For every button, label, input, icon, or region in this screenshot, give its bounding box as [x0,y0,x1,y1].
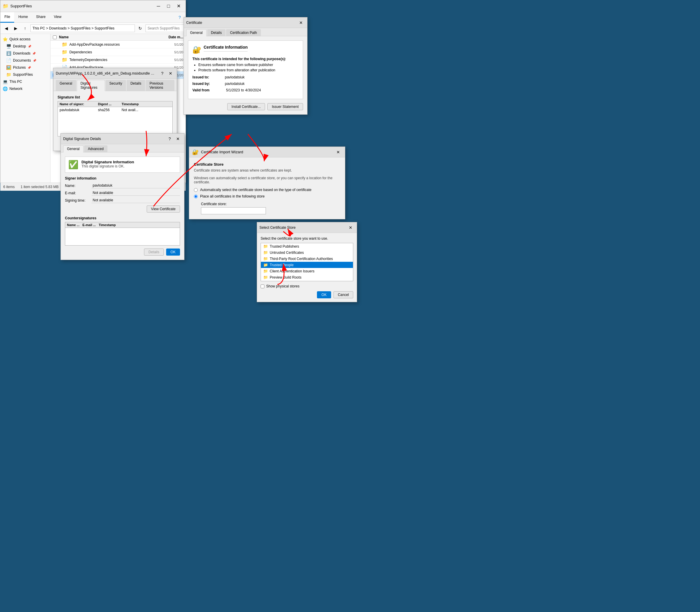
sidebar-item-desktop[interactable]: 🖥️ Desktop 📌 [0,43,50,50]
store-item-third-party[interactable]: 📁 Third-Party Root Certification Authori… [261,255,353,262]
up-button[interactable]: ↑ [21,24,29,32]
help-button[interactable]: ? [159,70,166,77]
close-button[interactable]: ✕ [174,1,183,11]
import-icon: 🔐 [192,149,199,155]
select-all-checkbox[interactable] [53,36,57,39]
store-item-trusted-publishers[interactable]: 📁 Trusted Publishers [261,243,353,249]
tab-general[interactable]: General [186,29,206,36]
ribbon-tab-home[interactable]: Home [14,12,32,23]
show-physical-label: Show physical stores [266,284,299,288]
sig-list-box[interactable]: Name of signer: Digest ... Timestamp pav… [57,101,173,137]
name-label: Name: [65,184,92,188]
tab-general[interactable]: General [63,145,83,152]
import-title-area: 🔐 Certificate Import Wizard [192,149,334,155]
store-item-trusted-people[interactable]: 📁 Trusted People [261,262,353,268]
tab-certification-path[interactable]: Certification Path [226,29,260,36]
ribbon-tab-view[interactable]: View [50,12,66,23]
sidebar-item-downloads[interactable]: ⬇️ Downloads 📌 [0,50,50,57]
select-store-desc: Select the certificate store you want to… [260,236,353,240]
folder-icon: 📁 [263,256,268,261]
sidebar-item-quick-access[interactable]: ⭐ Quick access [0,36,50,43]
countersig-box[interactable]: Name ... E-mail ... Timestamp [65,222,180,246]
cert-content: 🔐 Certificate Information This certifica… [184,36,307,114]
issuer-statement-button[interactable]: Issuer Statement [267,103,303,110]
sidebar-item-supportfiles[interactable]: 📁 SupportFiles [0,71,50,78]
install-certificate-button[interactable]: Install Certificate... [227,103,265,110]
tab-details[interactable]: Details [207,29,226,36]
network-icon: 🌐 [3,86,8,91]
store-desc: Certificate stores are system areas wher… [194,168,340,172]
minimize-button[interactable]: ─ [154,1,163,11]
ribbon-tab-share[interactable]: Share [32,12,50,23]
import-title-text: Certificate Import Wizard [201,150,243,154]
sidebar-item-label: Network [10,87,23,91]
cancel-button[interactable]: Cancel [334,291,353,298]
close-button[interactable]: ✕ [347,224,354,232]
sig-info-title: Digital Signature Information [81,160,134,164]
file-row[interactable]: 📁 Add-AppDevPackage.resources 5/1/20 [51,41,186,48]
sidebar-item-label: Pictures [13,66,26,70]
ok-button[interactable]: OK [317,291,331,298]
signer-email-field: E-mail: Not available [65,190,180,196]
col-timestamp: Timestamp [122,102,171,106]
sig-list-row[interactable]: pavlodatsiuk sha256 Not avail... [58,107,172,113]
tab-advanced[interactable]: Advanced [84,145,107,152]
address-bar: ◀ ▶ ↑ ↻ [0,23,186,34]
select-store-dialog: Select Certificate Store ✕ Select the ce… [257,222,357,302]
close-button[interactable]: ✕ [297,19,305,27]
signing-time-label: Signing time: [65,198,92,203]
countersig-header: Name ... E-mail ... Timestamp [65,222,180,228]
sig-details-content: ✅ Digital Signature Information This dig… [61,152,184,260]
search-input[interactable] [146,25,184,32]
radio-auto: Automatically select the certificate sto… [194,188,340,192]
tab-security[interactable]: Security [106,80,126,91]
tab-digital-signatures[interactable]: Digital Signatures [77,80,105,91]
radio-manual-input[interactable] [194,195,198,198]
close-button[interactable]: ✕ [167,70,174,77]
details-button[interactable]: Details [144,249,164,255]
store-item-untrusted[interactable]: 📁 Untrusted Certificates [261,249,353,255]
file-row[interactable]: 📁 TelemetryDependencies 5/1/20 [51,56,186,64]
file-row[interactable]: 📁 Dependencies 5/1/20 [51,48,186,56]
import-wizard-dialog: 🔐 Certificate Import Wizard ✕ Certificat… [189,147,345,219]
radio-manual-label: Place all certificates in the following … [200,194,265,198]
ok-button[interactable]: OK [166,249,180,255]
back-button[interactable]: ◀ [2,24,10,32]
help-button[interactable]: ? [176,13,184,22]
store-item-preview-build[interactable]: 📁 Preview Build Roots [261,274,353,280]
sig-info-box: ✅ Digital Signature Information This dig… [65,156,180,173]
store-buttons: OK Cancel [260,291,353,298]
close-button[interactable]: ✕ [334,148,342,156]
store-tree[interactable]: 📁 Trusted Publishers 📁 Untrusted Certifi… [260,243,353,281]
ribbon-tab-file[interactable]: File [0,12,14,23]
sidebar-item-label: Quick access [10,37,30,41]
issued-to-value: pavlodatsiuk [225,75,299,79]
forward-button[interactable]: ▶ [12,24,20,32]
show-physical-checkbox[interactable] [260,284,265,288]
help-button[interactable]: ? [166,135,174,143]
sidebar-item-label: Desktop [13,44,26,48]
sidebar-item-network[interactable]: 🌐 Network [0,85,50,92]
address-input[interactable] [30,25,135,32]
sig-details-titlebar: Digital Signature Details ? ✕ [61,134,184,144]
radio-auto-input[interactable] [194,188,198,192]
maximize-button[interactable]: □ [164,1,173,11]
signer-time-field: Signing time: Not available [65,197,180,203]
item-count: 6 items [3,185,15,189]
folder-icon: 📁 [62,42,68,47]
issued-by-value: pavlodatsiuk [225,82,299,86]
refresh-button[interactable]: ↻ [136,24,144,32]
cert-store-input[interactable] [201,207,266,214]
view-certificate-button[interactable]: View Certificate [147,206,180,212]
store-item-client-auth[interactable]: 📁 Client Authentication Issuers [261,268,353,274]
sidebar-item-pictures[interactable]: 🖼️ Pictures 📌 [0,64,50,71]
tab-details[interactable]: Details [126,80,145,91]
close-button[interactable]: ✕ [174,135,182,143]
sidebar-item-this-pc[interactable]: 💻 This PC [0,78,50,85]
dialog-controls: ✕ [347,224,354,232]
sidebar-item-documents[interactable]: 📄 Documents 📌 [0,57,50,64]
cert-issued-to: Issued to: pavlodatsiuk [192,75,299,79]
tab-previous-versions[interactable]: Previous Versions [146,80,174,91]
signer-info-label: Signer information [65,176,180,180]
tab-general[interactable]: General [56,80,76,91]
